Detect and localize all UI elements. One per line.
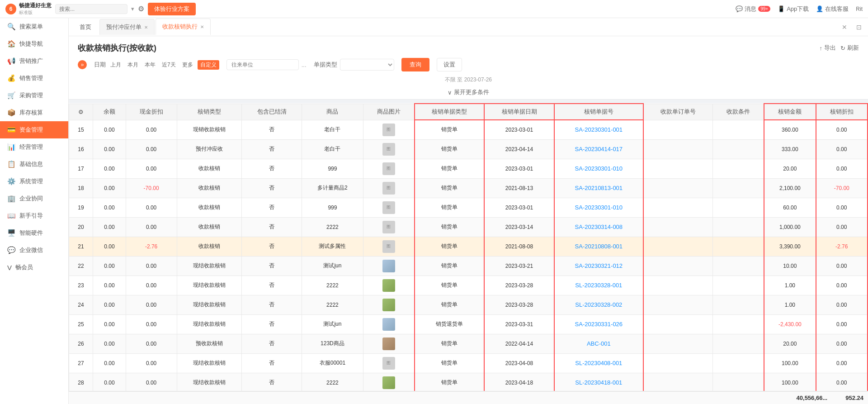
bill-no-link-24[interactable]: SL-20230328-002 (575, 301, 622, 308)
td-writeoff-amount-16: 333.00 (764, 139, 816, 159)
settings-button[interactable]: 设置 (437, 58, 462, 71)
bill-no-link-17[interactable]: SA-20230301-010 (575, 165, 623, 172)
message-badge: 99+ (758, 6, 770, 12)
tab-prepay[interactable]: 预付冲应付单 ✕ (99, 19, 155, 35)
td-writeoff-bill-no-25[interactable]: SA-20230331-026 (554, 314, 643, 334)
th-writeoff-discount: 核销折扣 (816, 104, 868, 120)
sidebar-item-marketing[interactable]: 📢 营销推广 (0, 52, 68, 70)
app-download-item[interactable]: 📱 App下载 (778, 5, 809, 13)
bill-no-link-15[interactable]: SA-20230301-001 (575, 126, 623, 133)
td-writeoff-bill-no-28[interactable]: SL-20230418-001 (554, 373, 643, 391)
sidebar-item-inventory[interactable]: 📦 库存核算 (0, 104, 68, 121)
sidebar-item-corp[interactable]: 🏢 企业协同 (0, 190, 68, 207)
td-writeoff-discount-20: 0.00 (816, 217, 868, 237)
bill-no-link-26[interactable]: ABC-001 (587, 340, 611, 347)
tab-bar-right: ✕ ⊡ (839, 23, 864, 32)
search-input[interactable] (55, 4, 127, 14)
sidebar-item-hardware[interactable]: 🖥️ 智能硬件 (0, 224, 68, 242)
sidebar-item-purchase[interactable]: 🛒 采购管理 (0, 87, 68, 104)
td-writeoff-bill-no-17[interactable]: SA-20230301-010 (554, 159, 643, 178)
td-writeoff-bill-date-28: 2023-04-18 (484, 373, 554, 391)
td-product-image-24 (363, 295, 415, 314)
bill-no-link-16[interactable]: SA-20230414-017 (575, 146, 623, 152)
sidebar-item-finance[interactable]: 💳 资金管理 (0, 121, 68, 138)
td-writeoff-bill-no-19[interactable]: SA-20230301-010 (554, 198, 643, 217)
tab2-close-icon[interactable]: ✕ (200, 24, 204, 29)
sidebar-label-inventory: 库存核算 (19, 109, 43, 117)
counterparty-dots[interactable]: ... (302, 62, 307, 68)
bill-no-link-21[interactable]: SA-20210808-001 (575, 243, 623, 250)
td-cash-discount-25: 0.00 (126, 314, 177, 334)
td-writeoff-bill-date-27: 2023-04-08 (484, 353, 554, 373)
date-btn-more[interactable]: 更多 (180, 60, 195, 70)
sidebar-label-sales: 销售管理 (19, 74, 43, 82)
td-writeoff-bill-no-21[interactable]: SA-20210808-001 (554, 237, 643, 256)
sidebar-item-basic[interactable]: 📋 基础信息 (0, 156, 68, 173)
close-window-icon[interactable]: ✕ (839, 23, 850, 32)
td-writeoff-bill-no-23[interactable]: SL-20230328-001 (554, 276, 643, 295)
date-btn-custom[interactable]: 自定义 (198, 60, 219, 70)
trial-button[interactable]: 体验行业方案 (148, 3, 196, 15)
sidebar-item-guide[interactable]: 📖 新手引导 (0, 207, 68, 224)
sidebar-item-wechat[interactable]: 💬 企业微信 (0, 242, 68, 259)
sidebar-label-hardware: 智能硬件 (19, 229, 43, 237)
sidebar-item-business[interactable]: 📊 经营管理 (0, 138, 68, 156)
app-download-label: App下载 (787, 5, 809, 13)
td-product-15: 老白干 (302, 120, 363, 139)
tab-home[interactable]: 首页 (72, 19, 99, 35)
message-item[interactable]: 💬 消息 99+ (736, 5, 770, 13)
td-writeoff-bill-no-27[interactable]: SL-20230408-001 (554, 353, 643, 373)
bill-no-link-27[interactable]: SL-20230408-001 (575, 360, 622, 366)
td-writeoff-bill-no-15[interactable]: SA-20230301-001 (554, 120, 643, 139)
export-button[interactable]: ↑ 导出 (820, 44, 836, 52)
td-writeoff-bill-no-18[interactable]: SA-20210813-001 (554, 178, 643, 198)
sidebar-item-member[interactable]: V 畅会员 (0, 259, 68, 276)
expand-conditions-link[interactable]: ∨ 展开更多条件 (448, 88, 489, 96)
td-writeoff-bill-no-22[interactable]: SA-20230321-012 (554, 256, 643, 276)
td-writeoff-bill-type-16: 销货单 (415, 139, 485, 159)
bill-no-link-19[interactable]: SA-20230301-010 (575, 204, 623, 211)
counterparty-input[interactable] (226, 59, 299, 70)
maximize-icon[interactable]: ⊡ (854, 23, 864, 32)
gear-icon[interactable]: ⚙ (138, 5, 144, 13)
sidebar-item-search[interactable]: 🔍 搜索菜单 (0, 18, 68, 35)
bill-type-select[interactable] (340, 59, 394, 71)
date-btn-this-month[interactable]: 本月 (126, 60, 140, 70)
online-service-item[interactable]: 👤 在线客服 (816, 5, 849, 13)
table-scroll[interactable]: ⚙ 余额 现金折扣 核销类型 包含已结清 商品 商品图片 核销单据类型 核销单据… (69, 103, 868, 391)
th-settings[interactable]: ⚙ (69, 104, 93, 120)
td-product-image-18: 图 (363, 178, 415, 198)
sidebar-item-system[interactable]: ⚙️ 系统管理 (0, 173, 68, 190)
td-settled-23: 否 (242, 276, 302, 295)
td-writeoff-bill-no-16[interactable]: SA-20230414-017 (554, 139, 643, 159)
sidebar-item-quicknav[interactable]: 🏠 快捷导航 (0, 35, 68, 52)
th-cash-discount: 现金折扣 (126, 104, 177, 120)
bill-no-link-18[interactable]: SA-20210813-001 (575, 185, 623, 191)
bill-no-link-20[interactable]: SA-20230314-008 (575, 223, 623, 230)
date-btn-7days[interactable]: 近7天 (160, 60, 178, 70)
tab1-close-icon[interactable]: ✕ (144, 25, 148, 30)
tab-writeoff[interactable]: 收款核销执行 ✕ (156, 19, 211, 35)
date-btn-last-month[interactable]: 上月 (108, 60, 123, 70)
bill-no-link-25[interactable]: SA-20230331-026 (575, 321, 623, 328)
query-button[interactable]: 查询 (401, 58, 429, 71)
brand-tag: 标准版 (19, 10, 52, 16)
expand-button[interactable]: » (78, 60, 87, 69)
table-header-row: ⚙ 余额 现金折扣 核销类型 包含已结清 商品 商品图片 核销单据类型 核销单据… (69, 104, 868, 120)
bill-no-link-22[interactable]: SA-20230321-012 (575, 262, 623, 269)
td-product-20: 2222 (302, 217, 363, 237)
td-writeoff-bill-no-26[interactable]: ABC-001 (554, 334, 643, 353)
refresh-button[interactable]: ↻ 刷新 (840, 44, 859, 52)
message-icon: 💬 (736, 5, 743, 12)
td-writeoff-bill-no-20[interactable]: SA-20230314-008 (554, 217, 643, 237)
bill-no-link-23[interactable]: SL-20230328-001 (575, 282, 622, 289)
td-no-22: 22 (69, 256, 93, 276)
bill-no-link-28[interactable]: SL-20230418-001 (575, 379, 622, 386)
export-label: 导出 (824, 44, 836, 52)
date-btn-this-year[interactable]: 本年 (143, 60, 157, 70)
dropdown-icon[interactable]: ▾ (131, 5, 134, 12)
td-receipt-condition-19 (713, 198, 764, 217)
sidebar-item-sales[interactable]: 💰 销售管理 (0, 70, 68, 87)
td-writeoff-bill-no-24[interactable]: SL-20230328-002 (554, 295, 643, 314)
top-bar-left: 6 畅捷通好生意 标准版 ▾ ⚙ 体验行业方案 (5, 2, 731, 16)
